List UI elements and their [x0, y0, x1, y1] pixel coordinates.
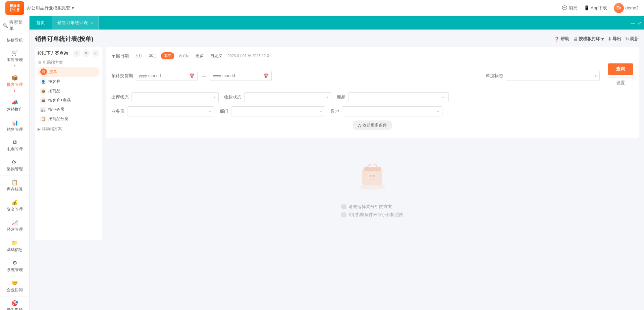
collapse-button[interactable]: ⋀ 收起更多条件: [353, 120, 392, 130]
order-status-label: 单据状态: [486, 73, 503, 79]
scheme-panel: 按以下方案查询 + ✎ «: [35, 47, 102, 240]
app-title: 办公用品行业模拟账套: [27, 5, 70, 11]
calendar-icon-2[interactable]: 📅: [263, 73, 269, 79]
last-month-btn[interactable]: 上月: [131, 52, 145, 59]
sidebar-item-wholesale[interactable]: 📦 批发管理 ▴: [0, 71, 29, 96]
custom-date-btn[interactable]: 自定义: [208, 52, 225, 59]
more-date-btn[interactable]: 更多: [193, 52, 206, 59]
order-status-item: 单据状态 ▾: [486, 71, 600, 81]
sidebar-item-system[interactable]: ⚙ 系统管理: [0, 256, 29, 276]
chevron-down-icon: ▾: [595, 73, 597, 78]
salesperson-dots[interactable]: ···: [207, 109, 211, 114]
sidebar-item-sales[interactable]: 📊 销售管理: [0, 116, 29, 136]
svg-rect-2: [364, 167, 381, 171]
template-print-chevron: ▾: [601, 37, 604, 42]
tab-close-icon[interactable]: ×: [91, 20, 93, 25]
payment-status-select[interactable]: ▾: [244, 92, 331, 102]
scheme-add-button[interactable]: +: [73, 50, 80, 57]
product-filter-item: 商品 ···: [337, 92, 449, 102]
multi-select-dots[interactable]: ···: [442, 95, 446, 100]
sidebar-item-guide[interactable]: 🎯 新手引导: [0, 297, 29, 310]
refresh-button[interactable]: ↻ 刷新: [625, 36, 639, 42]
marketing-icon: 📣: [11, 99, 18, 106]
scheme-item-by-product-category[interactable]: 📋 按商品分类: [38, 114, 99, 123]
settings-button[interactable]: 设置: [608, 78, 633, 88]
empty-tips: 1 请先选择要分析的方案 2 用[过滤]条件来缩小分析范围: [341, 204, 403, 220]
sidebar-item-finance[interactable]: 💰 资金管理: [0, 196, 29, 216]
scheme-item-by-customer[interactable]: 👤 按客户: [38, 77, 99, 86]
scheme-item-by-customer-product[interactable]: 📦 按客户+商品: [38, 96, 99, 105]
app-download-button[interactable]: 📱 App下载: [584, 5, 607, 11]
tab-bar: 首页 销售订单统计表 × — ⤢: [30, 16, 644, 30]
scheme-item-by-salesperson[interactable]: 按业务员: [38, 105, 99, 114]
scheme-item-by-order[interactable]: 按 按单: [38, 67, 99, 77]
pc-scheme-category: 🖥 电脑端方案: [38, 60, 99, 65]
sidebar-item-basic-info[interactable]: 📁 基础信息: [0, 236, 29, 256]
tab-minimize-icon[interactable]: —: [631, 20, 635, 25]
sidebar-item-purchase[interactable]: 🛍 采购管理: [0, 156, 29, 176]
last7days-btn[interactable]: 近7天: [176, 52, 192, 59]
scheme-item-by-product[interactable]: 📦 按商品: [38, 86, 99, 96]
query-button[interactable]: 查询: [608, 63, 633, 75]
app-logo: 畅捷通 好生意: [5, 1, 24, 15]
search-icon: 🔍: [3, 23, 8, 28]
delivery-status-select[interactable]: ▾: [131, 92, 219, 102]
search-menu-item[interactable]: 🔍 搜索菜单: [0, 16, 29, 35]
department-select[interactable]: ▾: [231, 106, 325, 116]
department-filter-item: 部门 ▾: [220, 106, 325, 116]
template-print-button[interactable]: 🖨 按模板打印 ▾: [573, 36, 604, 42]
bar-chart-icon: [40, 107, 46, 112]
category-icon: 📋: [40, 116, 46, 122]
tab-home[interactable]: 首页: [30, 16, 52, 30]
expected-date-item: 预计交货期 📅 — 📅: [111, 71, 272, 81]
expected-date-end-input[interactable]: [213, 73, 263, 78]
quick-nav-item[interactable]: 快捷导航: [0, 35, 29, 46]
sidebar-item-enterprise[interactable]: 🤝 企业协同: [0, 276, 29, 297]
help-button[interactable]: ❓ 帮助: [554, 36, 569, 42]
purchase-icon: 🛍: [12, 159, 17, 165]
expected-date-end[interactable]: 📅: [210, 71, 272, 81]
enterprise-icon: 🤝: [11, 280, 18, 286]
this-year-btn[interactable]: 本年: [161, 52, 174, 59]
product-icon: 📦: [40, 88, 46, 94]
sidebar-item-ecommerce[interactable]: 🖥 电商管理: [0, 136, 29, 156]
active-dot: 按: [40, 68, 47, 75]
chevron-down-icon-payment: ▾: [326, 95, 328, 100]
product-multi-select[interactable]: ···: [348, 92, 449, 102]
expected-date-start[interactable]: 📅: [136, 71, 198, 81]
main-layout: 🔍 搜索菜单 快捷导航 🛒 零售管理 ▾ 📦 批发管理 ▴ 📣 营销推广 📊 销…: [0, 16, 644, 310]
filter-row-4: 业务员 ··· 部门 ▾: [111, 106, 633, 116]
sidebar-item-inventory[interactable]: 📋 库存核算: [0, 176, 29, 196]
order-status-select[interactable]: ▾: [506, 71, 600, 81]
this-month-btn[interactable]: 本月: [146, 52, 160, 59]
department-label: 部门: [220, 108, 228, 114]
expected-date-start-input[interactable]: [139, 73, 189, 78]
salesperson-filter-item: 业务员 ···: [111, 106, 214, 116]
filter-right-panel: 单据日期 上月 本月 本年 近7天 更多 自定义 2023-01-01 至 20…: [106, 47, 639, 138]
salesperson-multi-select[interactable]: ···: [127, 106, 214, 116]
sidebar-item-operations[interactable]: 📈 经营管理: [0, 216, 29, 236]
date-filter-buttons: 上月 本月 本年 近7天 更多 自定义 2023-01-01 至 2023-12…: [131, 52, 271, 59]
sidebar-item-retail[interactable]: 🛒 零售管理 ▾: [0, 46, 29, 71]
calendar-icon[interactable]: 📅: [189, 73, 195, 79]
topbar: 畅捷通 好生意 办公用品行业模拟账套 ▾ 💬 消息 📱 App下载 Ea dem…: [0, 0, 644, 16]
empty-illustration: [352, 158, 392, 198]
payment-status-label: 收款状态: [224, 94, 241, 100]
sidebar: 🔍 搜索菜单 快捷导航 🛒 零售管理 ▾ 📦 批发管理 ▴ 📣 营销推广 📊 销…: [0, 16, 30, 310]
help-icon: ❓: [554, 37, 559, 42]
tab-active-page[interactable]: 销售订单统计表 ×: [52, 16, 99, 30]
tab-maximize-icon[interactable]: ⤢: [638, 20, 641, 25]
export-button[interactable]: ⬇ 导出: [608, 36, 621, 42]
app-selector[interactable]: 办公用品行业模拟账套 ▾: [27, 5, 74, 11]
message-button[interactable]: 💬 消息: [562, 5, 577, 11]
filter-row-3: 出库状态 ▾ 收款状态 ▾: [111, 92, 633, 102]
customer-dots[interactable]: ···: [435, 109, 439, 114]
scheme-collapse-button[interactable]: «: [92, 50, 99, 57]
date-range-text: 2023-01-01 至 2023-12-31: [228, 53, 271, 58]
svg-point-4: [370, 175, 372, 177]
user-menu[interactable]: Ea demo2: [614, 3, 639, 13]
customer-multi-select[interactable]: ···: [342, 106, 442, 116]
sidebar-item-marketing[interactable]: 📣 营销推广: [0, 96, 29, 116]
empty-tip-1: 1 请先选择要分析的方案: [341, 204, 403, 210]
scheme-edit-button[interactable]: ✎: [83, 50, 90, 57]
